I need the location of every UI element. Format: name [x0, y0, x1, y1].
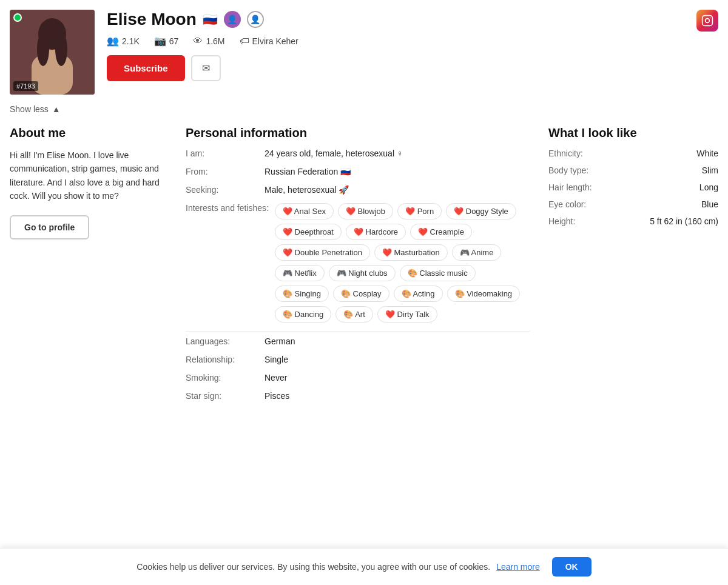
profile-name: Elise Moon — [107, 10, 197, 29]
about-title: About me — [10, 126, 167, 140]
languages-value: German — [265, 336, 530, 346]
look-row: Height: 5 ft 62 in (160 cm) — [548, 216, 718, 226]
views-icon: 👁 — [193, 36, 203, 47]
relationship-value: Single — [265, 355, 530, 364]
profile-badge: #7193 — [13, 81, 38, 91]
interests-tags: ❤️ Anal Sex❤️ Blowjob❤️ Porn❤️ Doggy Sty… — [275, 203, 530, 323]
message-button[interactable]: ✉ — [191, 55, 221, 81]
followers-icon: 👥 — [107, 35, 119, 47]
iam-label: I am: — [186, 149, 258, 158]
personal-title: Personal information — [186, 126, 530, 140]
gender-emoji: ♀️ — [397, 149, 403, 158]
from-label: From: — [186, 167, 258, 176]
relationship-label: Relationship: — [186, 355, 258, 364]
views-stat: 👁 1.6M — [193, 36, 224, 47]
interest-tag: ❤️ Porn — [397, 203, 442, 219]
svg-rect-8 — [703, 16, 713, 26]
interest-tag: ❤️ Hardcore — [346, 224, 406, 240]
interest-tag: ❤️ Deepthroat — [275, 224, 342, 240]
interest-tag: 🎨 Classic music — [400, 265, 476, 281]
profile-icon: 👤 — [247, 11, 264, 28]
interests-label: Interests and fetishes: — [186, 203, 269, 213]
look-row: Hair length: Long — [548, 182, 718, 192]
look-row: Body type: Slim — [548, 165, 718, 175]
iam-row: I am: 24 years old, female, heterosexual… — [186, 149, 530, 158]
smoking-label: Smoking: — [186, 373, 258, 383]
agent-stat: 🏷 Elvira Keher — [240, 36, 298, 47]
relationship-row: Relationship: Single — [186, 355, 530, 364]
look-label: Hair length: — [548, 182, 592, 192]
smoking-row: Smoking: Never — [186, 373, 530, 383]
interest-tag: ❤️ Anal Sex — [275, 203, 334, 219]
interest-tag: 🎮 Anime — [452, 244, 502, 261]
interest-tag: ❤️ Creampie — [410, 224, 472, 240]
smoking-value: Never — [265, 373, 530, 383]
verified-icon: 👤 — [224, 11, 241, 28]
following-icon: 📷 — [154, 35, 166, 47]
country-flag: 🇷🇺 — [203, 12, 218, 27]
look-value: Slim — [702, 165, 718, 175]
agent-icon: 🏷 — [240, 36, 249, 47]
interest-tag: 🎨 Cosplay — [333, 286, 389, 302]
languages-label: Languages: — [186, 336, 258, 346]
interest-tag: 🎨 Dancing — [275, 306, 331, 323]
followers-stat: 👥 2.1K — [107, 35, 140, 47]
svg-point-9 — [706, 19, 710, 23]
look-value: Long — [699, 182, 718, 192]
interest-tag: ❤️ Masturbation — [374, 244, 448, 261]
interest-tag: 🎮 Netflix — [275, 265, 325, 281]
chevron-up-icon: ▲ — [52, 104, 61, 114]
look-value: 5 ft 62 in (160 cm) — [650, 216, 718, 226]
interest-tag: 🎨 Singing — [275, 286, 329, 302]
svg-point-7 — [55, 32, 67, 66]
interests-row: Interests and fetishes: ❤️ Anal Sex❤️ Bl… — [186, 203, 530, 323]
starsign-value: Pisces — [265, 391, 530, 401]
looks-table: Ethnicity: White Body type: Slim Hair le… — [548, 149, 718, 226]
starsign-label: Star sign: — [186, 391, 258, 401]
looks-title: What I look like — [548, 126, 718, 140]
seeking-value: Male, heterosexual 🚀 — [265, 185, 530, 195]
show-less-toggle[interactable]: Show less ▲ — [10, 104, 718, 114]
look-label: Eye color: — [548, 199, 586, 209]
instagram-button[interactable] — [696, 10, 718, 32]
interest-tag: 🎮 Night clubs — [329, 265, 396, 281]
svg-point-10 — [710, 18, 711, 19]
look-value: White — [696, 149, 718, 158]
interest-tag: ❤️ Dirty Talk — [377, 306, 437, 323]
interest-tag: ❤️ Blowjob — [338, 203, 393, 219]
interest-tag: ❤️ Doggy Style — [446, 203, 516, 219]
go-to-profile-button[interactable]: Go to profile — [10, 215, 89, 239]
interest-tag: 🎨 Art — [335, 306, 373, 323]
subscribe-button[interactable]: Subscribe — [107, 55, 185, 81]
seeking-label: Seeking: — [186, 185, 258, 195]
look-row: Eye color: Blue — [548, 199, 718, 209]
from-row: From: Russian Federation 🇷🇺 — [186, 167, 530, 176]
languages-row: Languages: German — [186, 336, 530, 346]
seeking-row: Seeking: Male, heterosexual 🚀 — [186, 185, 530, 195]
look-label: Body type: — [548, 165, 588, 175]
svg-point-6 — [37, 32, 49, 66]
about-text: Hi all! I'm Elise Moon. I love live comm… — [10, 149, 167, 203]
online-indicator — [13, 13, 22, 22]
interest-tag: 🎨 Videomaking — [447, 286, 521, 302]
interest-tag: 🎨 Acting — [394, 286, 443, 302]
iam-value: 24 years old, female, heterosexual ♀️ — [265, 149, 530, 158]
starsign-row: Star sign: Pisces — [186, 391, 530, 401]
following-stat: 📷 67 — [154, 35, 179, 47]
look-value: Blue — [701, 199, 718, 209]
from-value: Russian Federation 🇷🇺 — [265, 167, 530, 176]
look-row: Ethnicity: White — [548, 149, 718, 158]
interest-tag: ❤️ Double Penetration — [275, 244, 370, 261]
look-label: Ethnicity: — [548, 149, 583, 158]
look-label: Height: — [548, 216, 575, 226]
